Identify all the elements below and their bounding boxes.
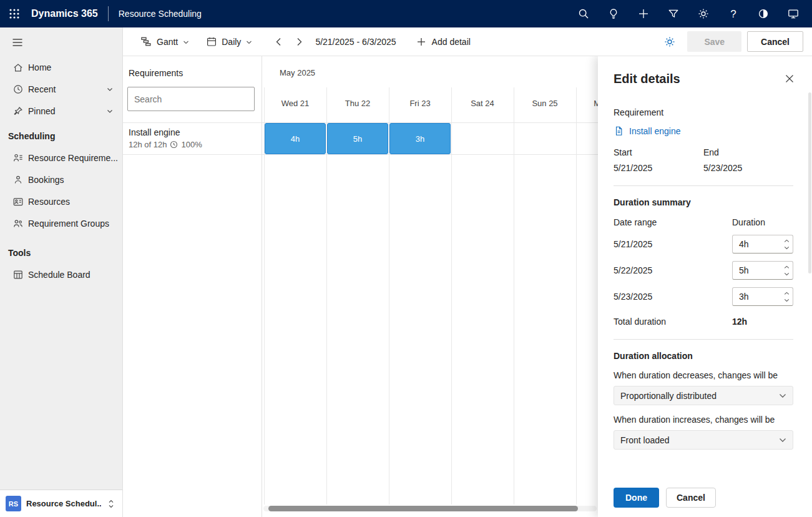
help-icon: ?	[730, 9, 736, 19]
divider	[614, 185, 793, 186]
switch-app-icon	[106, 499, 116, 509]
duration-row: 5/22/2025 5h	[614, 261, 793, 280]
spinner-decrement-button[interactable]	[782, 245, 791, 250]
duration-spinner-value[interactable]: 5h	[733, 262, 782, 279]
gantt-toolbar: Gantt Daily	[123, 27, 812, 56]
sidebar-item-label: Requirement Groups	[28, 219, 109, 229]
pin-icon	[12, 106, 24, 117]
zoom-level-dropdown[interactable]: Daily	[206, 36, 253, 47]
view-switcher-label: Gantt	[157, 37, 178, 47]
duration-column-header: Duration	[732, 217, 793, 227]
brand-title[interactable]: Dynamics 365	[31, 8, 98, 19]
spinner-decrement-button[interactable]	[782, 298, 791, 303]
chevron-down-icon	[779, 438, 786, 443]
sidebar-item-resources[interactable]: Resources	[0, 190, 122, 212]
chevron-down-icon[interactable]	[106, 86, 114, 93]
previous-period-button[interactable]	[269, 32, 289, 52]
panel-scrollbar-thumb[interactable]	[808, 92, 811, 273]
sidebar-item-resource-requirements[interactable]: Resource Requireme...	[0, 147, 122, 169]
duration-summary-title: Duration summary	[614, 197, 793, 207]
close-panel-button[interactable]	[781, 70, 798, 87]
decrease-allocation-value: Proportionally distributed	[620, 391, 717, 401]
duration-spinner-value[interactable]: 4h	[733, 235, 782, 253]
increase-allocation-select[interactable]: Front loaded	[614, 430, 793, 450]
gantt-bar-thu22[interactable]: 5h	[327, 123, 388, 154]
date-range-label: 5/21/2025 - 6/3/2025	[315, 37, 396, 47]
filter-button[interactable]	[658, 0, 688, 27]
requirements-search-input[interactable]	[127, 87, 255, 111]
duration-row: 5/23/2025 3h	[614, 287, 793, 306]
spinner-increment-button[interactable]	[782, 291, 791, 296]
requirement-link-label: Install engine	[629, 126, 681, 136]
gantt-settings-button[interactable]	[657, 29, 682, 54]
panel-title: Edit details	[614, 72, 680, 86]
sidebar-item-bookings[interactable]: Bookings	[0, 169, 122, 190]
duration-spinner[interactable]: 5h	[732, 261, 793, 280]
next-period-button[interactable]	[289, 32, 309, 52]
gantt-bar-wed21[interactable]: 4h	[265, 123, 326, 154]
day-header: Sun 25	[514, 99, 576, 108]
sidebar-item-schedule-board[interactable]: Schedule Board	[0, 263, 122, 285]
start-label: Start	[614, 147, 703, 157]
panel-cancel-button[interactable]: Cancel	[666, 488, 716, 508]
plus-icon	[637, 7, 650, 20]
divider	[614, 339, 793, 340]
duration-spinner-value[interactable]: 3h	[733, 288, 782, 305]
gantt-chart: May 2025 Wed 21 Thu 22 Fri 23 Sat 24 Sun…	[262, 56, 598, 517]
top-navigation-bar: Dynamics 365 Resource Scheduling	[0, 0, 812, 27]
app-title[interactable]: Resource Scheduling	[119, 9, 202, 19]
decrease-allocation-select[interactable]: Proportionally distributed	[614, 386, 793, 405]
add-detail-button[interactable]: Add detail	[416, 37, 471, 47]
view-switcher-dropdown[interactable]: Gantt	[140, 36, 190, 47]
duration-row: 5/21/2025 4h	[614, 235, 793, 254]
requirement-record-link[interactable]: Install engine	[614, 126, 793, 136]
chevron-down-icon	[779, 393, 786, 398]
gantt-view-icon	[140, 36, 152, 47]
sidebar-item-label: Recent	[28, 84, 56, 94]
app-launcher-button[interactable]	[0, 0, 29, 27]
save-button[interactable]: Save	[687, 31, 741, 52]
spinner-increment-button[interactable]	[782, 239, 791, 244]
clock-icon	[170, 140, 178, 149]
scrollbar-thumb[interactable]	[268, 506, 578, 511]
requirements-title: Requirements	[123, 56, 262, 78]
settings-button[interactable]	[688, 0, 718, 27]
gear-icon	[697, 7, 710, 20]
spinner-increment-button[interactable]	[782, 265, 791, 270]
duration-spinner[interactable]: 3h	[732, 287, 793, 306]
day-header: Fri 23	[389, 99, 451, 108]
help-button[interactable]: ?	[718, 0, 748, 27]
requirements-panel: Requirements Install engine 12h of 12h 1…	[123, 56, 262, 517]
cancel-button[interactable]: Cancel	[747, 31, 803, 52]
increase-allocation-label: When duration increases, changes will be	[614, 415, 793, 425]
sidebar-item-pinned[interactable]: Pinned	[0, 100, 122, 122]
gantt-bar-fri23[interactable]: 3h	[389, 123, 451, 154]
collapse-sidebar-button[interactable]	[4, 29, 31, 56]
spinner-decrement-button[interactable]	[782, 272, 791, 277]
horizontal-scrollbar[interactable]	[263, 506, 597, 511]
sidebar-item-requirement-groups[interactable]: Requirement Groups	[0, 212, 122, 234]
add-detail-label: Add detail	[432, 37, 471, 47]
sidebar-item-label: Bookings	[28, 175, 64, 185]
gantt-month-label: May 2025	[280, 68, 315, 77]
requirement-list-item[interactable]: Install engine 12h of 12h 100%	[123, 122, 262, 155]
sidebar-item-recent[interactable]: Recent	[0, 78, 122, 100]
suggestions-button[interactable]	[599, 0, 629, 27]
duration-row-date: 5/23/2025	[614, 292, 652, 302]
search-button[interactable]	[569, 0, 599, 27]
sidebar-item-home[interactable]: Home	[0, 56, 122, 78]
app-badge-label: Resource Schedul...	[26, 499, 101, 508]
hamburger-icon	[11, 36, 24, 49]
sidebar-item-label: Resource Requireme...	[28, 153, 118, 163]
environment-switcher[interactable]: RS Resource Schedul...	[0, 490, 122, 517]
start-value: 5/21/2025	[614, 163, 703, 173]
gear-icon	[663, 36, 676, 48]
duration-spinner[interactable]: 4h	[732, 235, 793, 254]
quick-create-button[interactable]	[629, 0, 658, 27]
done-button[interactable]: Done	[614, 488, 659, 508]
duration-row-date: 5/21/2025	[614, 239, 652, 249]
guided-help-button[interactable]	[778, 0, 808, 27]
contrast-button[interactable]	[748, 0, 778, 27]
chevron-down-icon[interactable]	[106, 107, 114, 115]
monitor-icon	[787, 7, 800, 20]
